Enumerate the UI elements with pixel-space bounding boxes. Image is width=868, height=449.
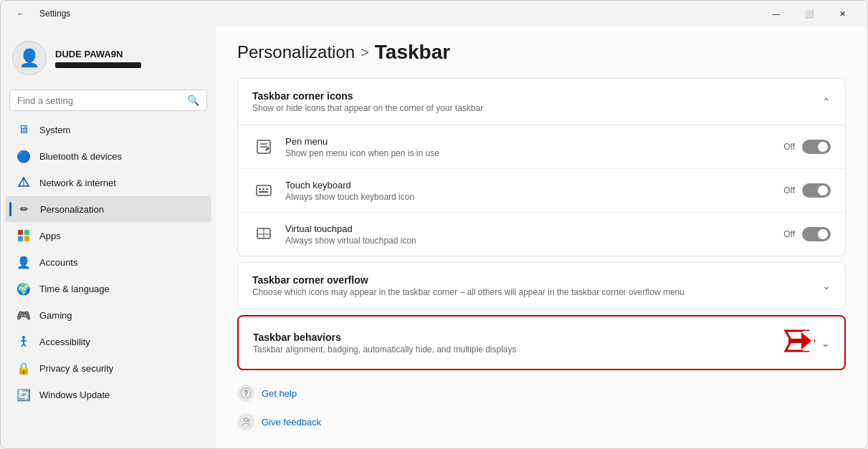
arrow-right-icon [783, 328, 817, 357]
pen-menu-item: Pen menu Show pen menu icon when pen is … [238, 125, 845, 169]
nav-item-gaming[interactable]: 🎮 Gaming [5, 302, 211, 328]
content-area: 👤 DUDE PAWA9N 🔍 🖥 System 🔵 Bluetooth & d [1, 26, 867, 448]
footer-links: ? Get help Give feedback [237, 382, 846, 433]
get-help-icon: ? [237, 385, 254, 402]
breadcrumb-separator: > [361, 44, 369, 61]
title-bar-controls: — ⬜ ✕ [760, 2, 859, 25]
nav-label-bluetooth: Bluetooth & devices [39, 151, 122, 162]
user-icon: 👤 [19, 48, 40, 68]
nav-label-personalization: Personalization [40, 204, 104, 215]
virtual-touchpad-toggle[interactable] [802, 227, 831, 241]
pen-menu-toggle-thumb [818, 142, 828, 152]
corner-icons-desc: Show or hide icons that appear on the co… [252, 103, 483, 113]
nav-item-network[interactable]: Network & internet [5, 170, 211, 195]
virtual-touchpad-item: Virtual touchpad Always show virtual tou… [238, 213, 845, 256]
main-content: Personalization > Taskbar Taskbar corner… [216, 26, 867, 448]
nav-label-accessibility: Accessibility [39, 337, 90, 347]
virtual-touchpad-right: Off [783, 227, 831, 241]
give-feedback-label: Give feedback [262, 417, 321, 428]
svg-rect-17 [266, 188, 268, 190]
corner-overflow-title: Taskbar corner overflow [252, 274, 685, 286]
nav-item-apps[interactable]: Apps [5, 223, 211, 248]
nav-label-network: Network & internet [39, 178, 116, 188]
search-input[interactable] [17, 95, 181, 106]
accessibility-icon [16, 334, 31, 349]
behaviors-title: Taskbar behaviors [253, 332, 517, 343]
windows-update-icon: 🔄 [16, 387, 31, 402]
pen-menu-desc: Show pen menu icon when pen is in use [285, 148, 439, 158]
pen-menu-toggle[interactable] [802, 140, 831, 154]
touch-keyboard-toggle[interactable] [802, 183, 831, 198]
virtual-touchpad-toggle-label: Off [783, 229, 795, 239]
svg-rect-4 [18, 236, 23, 241]
virtual-touchpad-toggle-thumb [818, 229, 828, 239]
svg-rect-16 [262, 188, 264, 190]
minimize-button[interactable]: — [760, 2, 793, 25]
pen-menu-text: Pen menu Show pen menu icon when pen is … [285, 136, 439, 158]
svg-text:?: ? [244, 390, 248, 397]
behaviors-section: Taskbar behaviors Taskbar alignment, bad… [237, 315, 846, 370]
touch-keyboard-right: Off [783, 183, 831, 198]
nav-item-system[interactable]: 🖥 System [5, 117, 211, 143]
get-help-link[interactable]: ? Get help [237, 382, 846, 405]
pen-menu-title: Pen menu [285, 136, 439, 147]
svg-rect-15 [259, 188, 261, 190]
corner-overflow-chevron-icon: ⌄ [822, 280, 831, 291]
give-feedback-icon [237, 413, 254, 430]
nav-label-time: Time & language [39, 284, 110, 294]
corner-icons-header[interactable]: Taskbar corner icons Show or hide icons … [238, 79, 845, 125]
svg-rect-14 [257, 185, 271, 195]
user-info: DUDE PAWA9N [55, 49, 141, 68]
corner-icons-title: Taskbar corner icons [252, 90, 483, 102]
nav-item-time[interactable]: 🌍 Time & language [5, 276, 211, 301]
behaviors-arrow-area: ⌄ [783, 328, 830, 357]
nav-label-apps: Apps [39, 231, 61, 241]
back-button[interactable]: ← [9, 2, 32, 25]
system-icon: 🖥 [16, 122, 31, 137]
bluetooth-icon: 🔵 [16, 149, 31, 163]
nav-item-privacy[interactable]: 🔒 Privacy & security [5, 355, 211, 381]
settings-window: ← Settings — ⬜ ✕ 👤 DUDE PAWA9N [0, 0, 868, 449]
nav-label-windows-update: Windows Update [39, 390, 110, 400]
svg-line-10 [24, 344, 26, 347]
nav-label-system: System [39, 125, 70, 135]
avatar: 👤 [12, 41, 47, 75]
close-button[interactable]: ✕ [826, 2, 859, 25]
page-title: Taskbar [375, 41, 450, 64]
privacy-icon: 🔒 [16, 361, 31, 375]
user-bar [55, 62, 141, 68]
svg-rect-3 [24, 230, 29, 235]
give-feedback-link[interactable]: Give feedback [237, 410, 846, 433]
nav-item-accounts[interactable]: 👤 Accounts [5, 249, 211, 275]
corner-icons-chevron-icon: ⌃ [822, 96, 831, 107]
corner-overflow-desc: Choose which icons may appear in the tas… [252, 287, 685, 297]
network-icon [16, 175, 31, 190]
breadcrumb-parent: Personalization [237, 42, 355, 62]
accounts-icon: 👤 [16, 255, 31, 269]
pen-menu-icon [252, 135, 275, 158]
nav-label-privacy: Privacy & security [39, 363, 113, 374]
nav-item-personalization[interactable]: ✏ Personalization [5, 196, 211, 222]
apps-icon [16, 228, 31, 243]
nav-item-bluetooth[interactable]: 🔵 Bluetooth & devices [5, 143, 211, 169]
title-bar: ← Settings — ⬜ ✕ [1, 1, 867, 26]
gaming-icon: 🎮 [16, 308, 31, 322]
pen-menu-left: Pen menu Show pen menu icon when pen is … [252, 135, 439, 158]
behaviors-chevron-icon: ⌄ [821, 337, 830, 349]
behaviors-header[interactable]: Taskbar behaviors Taskbar alignment, bad… [239, 317, 844, 369]
get-help-label: Get help [262, 388, 297, 399]
nav-item-windows-update[interactable]: 🔄 Windows Update [5, 382, 211, 407]
window-title: Settings [39, 9, 70, 19]
sidebar: 👤 DUDE PAWA9N 🔍 🖥 System 🔵 Bluetooth & d [1, 26, 216, 448]
nav-item-accessibility[interactable]: Accessibility [5, 329, 211, 354]
touch-keyboard-toggle-label: Off [783, 185, 795, 195]
search-box[interactable]: 🔍 [9, 90, 207, 111]
corner-overflow-header[interactable]: Taskbar corner overflow Choose which ico… [238, 263, 845, 309]
svg-rect-5 [24, 236, 29, 241]
pen-menu-toggle-label: Off [783, 142, 795, 152]
virtual-touchpad-text: Virtual touchpad Always show virtual tou… [285, 223, 416, 246]
user-name: DUDE PAWA9N [55, 49, 141, 59]
svg-point-6 [22, 336, 25, 339]
corner-icons-header-left: Taskbar corner icons Show or hide icons … [252, 90, 483, 113]
maximize-button[interactable]: ⬜ [793, 2, 826, 25]
